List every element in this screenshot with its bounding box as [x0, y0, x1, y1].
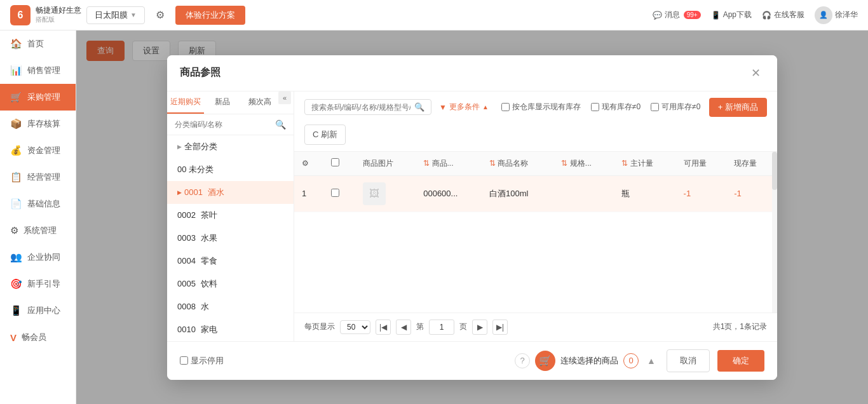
- category-search-input[interactable]: [175, 120, 271, 129]
- checkbox-nonzero-available[interactable]: 可用库存≠0: [651, 102, 700, 112]
- sidebar-item-membership[interactable]: V 畅会员: [0, 324, 76, 351]
- th-name[interactable]: ⇅ 商品名称: [482, 152, 553, 176]
- td-checkbox[interactable]: [323, 175, 355, 212]
- sidebar-item-operations[interactable]: 📋 经营管理: [0, 164, 76, 191]
- show-disabled-checkbox[interactable]: 显示停用: [180, 355, 224, 367]
- checkbox-show-stock[interactable]: 按仓库显示现有库存: [501, 102, 581, 112]
- footer-middle: ? 🛒 连续选择的商品 0 ▲: [515, 351, 659, 371]
- category-item-00[interactable]: 00 未分类: [167, 158, 294, 181]
- add-product-button[interactable]: + 新增商品: [709, 98, 767, 117]
- sidebar-item-inventory[interactable]: 📦 库存核算: [0, 111, 76, 137]
- sidebar-item-purchase[interactable]: 🛒 采购管理: [0, 84, 76, 111]
- confirm-button[interactable]: 确定: [717, 350, 764, 372]
- th-code[interactable]: ⇅ 商品...: [416, 152, 482, 176]
- online-service-button[interactable]: 🎧 在线客服: [762, 10, 804, 20]
- category-item-0004[interactable]: 0004 零食: [167, 250, 294, 273]
- td-image: 🖼: [355, 175, 416, 212]
- collapse-arrow-icon[interactable]: ▲: [644, 353, 659, 368]
- app-center-icon: 📱: [10, 305, 22, 316]
- search-icon[interactable]: 🔍: [414, 102, 424, 112]
- avatar: 👤: [815, 6, 832, 24]
- tab-high-frequency[interactable]: 频次高: [241, 91, 278, 114]
- category-item-0003[interactable]: 0003 水果: [167, 227, 294, 250]
- filter-icon: ▼: [439, 103, 447, 112]
- messages-badge: 99+: [684, 11, 701, 19]
- service-icon: 🎧: [762, 11, 771, 20]
- continuous-label: 连续选择的商品: [560, 355, 618, 367]
- user-profile[interactable]: 👤 徐泽华: [815, 6, 858, 24]
- collapse-panel-button[interactable]: «: [278, 91, 291, 104]
- page-next-button[interactable]: ▶: [472, 320, 487, 335]
- category-list: ▶ 全部分类 00 未分类 ▶ 0001 酒水: [167, 135, 294, 341]
- more-filter-button[interactable]: ▼ 更多条件 ▲: [439, 102, 489, 112]
- scrollbar-track[interactable]: [772, 152, 777, 313]
- modal-footer: 显示停用 ? 🛒 连续选择的商品 0 ▲ 取消 确定: [167, 341, 777, 380]
- category-item-0010[interactable]: 0010 家电: [167, 318, 294, 341]
- th-checkbox[interactable]: [323, 152, 355, 176]
- tab-recent-purchase[interactable]: 近期购买: [167, 91, 204, 114]
- messages-button[interactable]: 💬 消息 99+: [653, 10, 701, 20]
- th-image: 商品图片: [355, 152, 416, 176]
- experience-button[interactable]: 体验行业方案: [175, 6, 245, 25]
- modal-close-button[interactable]: ✕: [747, 64, 764, 82]
- chevron-down-icon: ▼: [130, 11, 137, 18]
- th-unit[interactable]: ⇅ 主计量: [614, 152, 675, 176]
- gear-icon[interactable]: ⚙: [150, 5, 170, 25]
- sidebar-item-basic-info[interactable]: 📄 基础信息: [0, 191, 76, 217]
- nav-selector[interactable]: 日太阳膜 ▼: [86, 6, 145, 24]
- sidebar-item-finance[interactable]: 💰 资金管理: [0, 137, 76, 164]
- sidebar-item-collaboration[interactable]: 👥 企业协同: [0, 244, 76, 271]
- sidebar-item-app-center[interactable]: 📱 应用中心: [0, 297, 76, 324]
- category-item-0002[interactable]: 0002 茶叶: [167, 204, 294, 227]
- category-all[interactable]: ▶ 全部分类: [167, 135, 294, 158]
- td-available: -1: [676, 175, 727, 212]
- page-prev-button[interactable]: ◀: [396, 320, 411, 335]
- filter-up-icon: ▲: [482, 104, 489, 111]
- category-tabs: 近期购买 新品 频次高 «: [167, 91, 294, 114]
- table-container: ⚙ 商品图片 ⇅ 商品...: [294, 152, 777, 313]
- th-settings[interactable]: ⚙: [294, 152, 323, 176]
- table-row[interactable]: 1 🖼 000600... 白酒100ml: [294, 175, 777, 212]
- tab-new-products[interactable]: 新品: [204, 91, 241, 114]
- product-search-input[interactable]: [311, 103, 410, 112]
- cart-icon[interactable]: 🛒: [535, 351, 555, 371]
- search-icon[interactable]: 🔍: [275, 119, 286, 130]
- sidebar-item-home[interactable]: 🏠 首页: [0, 30, 76, 57]
- sidebar: 🏠 首页 📊 销售管理 🛒 采购管理 📦 库存核算 💰 资金管理 📋 经营管理 …: [0, 30, 76, 404]
- category-panel: 近期购买 新品 频次高 « 🔍 ▶ 全部分类: [167, 91, 294, 341]
- top-header: 6 畅捷通好生意 搭配版 日太阳膜 ▼ ⚙ 体验行业方案 💬 消息 99+ 📱 …: [0, 0, 868, 30]
- th-spec[interactable]: ⇅ 规格...: [553, 152, 614, 176]
- td-stock: -1: [726, 175, 777, 212]
- main-layout: 🏠 首页 📊 销售管理 🛒 采购管理 📦 库存核算 💰 资金管理 📋 经营管理 …: [0, 30, 868, 404]
- checkbox-nonzero-stock[interactable]: 现有库存≠0: [591, 102, 641, 112]
- product-panel: 🔍 ▼ 更多条件 ▲ 按仓库显示现有库存: [294, 91, 777, 341]
- page-last-button[interactable]: ▶|: [492, 320, 508, 335]
- scrollbar-thumb[interactable]: [772, 152, 777, 190]
- app-download-button[interactable]: 📱 App下载: [711, 10, 752, 20]
- modal-overlay: 商品参照 ✕ 近期购买 新品 频次高 «: [76, 30, 868, 404]
- help-icon[interactable]: ?: [515, 353, 530, 368]
- th-stock: 现存量: [726, 152, 777, 176]
- product-table: ⚙ 商品图片 ⇅ 商品...: [294, 152, 777, 212]
- category-item-0008[interactable]: 0008 水: [167, 295, 294, 318]
- cart-count: 0: [623, 353, 639, 368]
- modal-title: 商品参照: [180, 66, 220, 79]
- product-image: 🖼: [363, 182, 386, 205]
- page-first-button[interactable]: |◀: [376, 320, 391, 335]
- modal-header: 商品参照 ✕: [167, 55, 777, 91]
- category-item-0005[interactable]: 0005 饮料: [167, 273, 294, 295]
- sidebar-item-system[interactable]: ⚙ 系统管理: [0, 217, 76, 244]
- category-item-0001[interactable]: ▶ 0001 酒水: [167, 181, 294, 204]
- page-number-input[interactable]: [429, 320, 454, 335]
- table-header-row: ⚙ 商品图片 ⇅ 商品...: [294, 152, 777, 176]
- page-size-select[interactable]: 50: [340, 320, 370, 334]
- sidebar-item-sales[interactable]: 📊 销售管理: [0, 57, 76, 84]
- modal-body: 近期购买 新品 频次高 « 🔍 ▶ 全部分类: [167, 91, 777, 341]
- basic-info-icon: 📄: [10, 198, 22, 210]
- product-search-box: 🔍: [304, 99, 431, 115]
- td-spec: [553, 175, 614, 212]
- refresh-button[interactable]: C 刷新: [304, 125, 346, 145]
- sidebar-item-guide[interactable]: 🎯 新手引导: [0, 271, 76, 297]
- sort-icon: ⇅: [621, 159, 628, 168]
- cancel-button[interactable]: 取消: [667, 349, 710, 372]
